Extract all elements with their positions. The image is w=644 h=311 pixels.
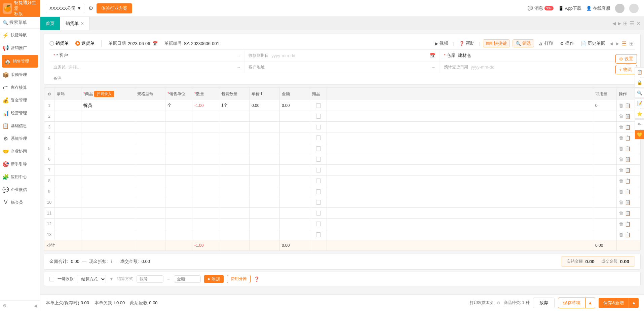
print-btn[interactable]: 🖨 打印 bbox=[537, 40, 555, 47]
row-spec-13[interactable] bbox=[135, 229, 165, 240]
gift-checkbox-2[interactable] bbox=[316, 114, 321, 119]
row-spec-9[interactable] bbox=[135, 186, 165, 197]
rf-item-5[interactable]: ⭐ bbox=[635, 109, 644, 119]
row-unit-9[interactable] bbox=[165, 186, 192, 197]
row-unit-price-9[interactable] bbox=[250, 186, 280, 197]
row-gift-11[interactable] bbox=[310, 208, 327, 219]
view-grid-icon[interactable]: ⊞ bbox=[629, 40, 634, 47]
payment-due-calendar-icon[interactable]: 📅 bbox=[430, 53, 435, 58]
remarks-input[interactable] bbox=[64, 76, 631, 81]
row-copy-6[interactable]: 📋 bbox=[625, 157, 631, 162]
row-copy-13[interactable]: 📋 bbox=[625, 232, 631, 237]
radio-return[interactable]: 退货单 bbox=[75, 40, 94, 46]
user-avatar2[interactable] bbox=[629, 4, 639, 13]
row-pkg-qty-2[interactable] bbox=[219, 111, 250, 122]
row-gift-7[interactable] bbox=[310, 165, 327, 176]
row-unit-price-5[interactable] bbox=[250, 143, 280, 154]
row-delete-13[interactable]: 🗑 bbox=[619, 232, 623, 237]
row-qty-2[interactable] bbox=[192, 111, 219, 122]
row-copy-2[interactable]: 📋 bbox=[625, 114, 631, 119]
row-barcode-9[interactable] bbox=[54, 186, 81, 197]
row-pkg-qty-12[interactable] bbox=[219, 219, 250, 229]
row-delete-6[interactable]: 🗑 bbox=[619, 157, 623, 162]
row-gift-10[interactable] bbox=[310, 197, 327, 208]
gift-checkbox-1[interactable] bbox=[316, 103, 321, 108]
sidebar-item-member[interactable]: V 畅会员 bbox=[0, 196, 40, 209]
video-btn[interactable]: ▶ 视频 bbox=[433, 40, 450, 47]
sidebar-item-inventory[interactable]: 🗃 库存核算 bbox=[0, 81, 40, 94]
row-amount-8[interactable] bbox=[280, 176, 310, 186]
row-qty-12[interactable] bbox=[192, 219, 219, 229]
one-click-checkbox[interactable] bbox=[49, 277, 54, 281]
add-payment-button[interactable]: ● 添加 bbox=[204, 275, 224, 283]
row-unit-6[interactable] bbox=[165, 154, 192, 165]
row-amount-6[interactable] bbox=[280, 154, 310, 165]
row-spec-2[interactable] bbox=[135, 111, 165, 122]
row-amount-1[interactable]: 0.00 bbox=[280, 100, 310, 111]
row-copy-11[interactable]: 📋 bbox=[625, 210, 631, 216]
tab-home[interactable]: 首页 bbox=[40, 17, 60, 30]
row-amount-2[interactable] bbox=[280, 111, 310, 122]
row-copy-12[interactable]: 📋 bbox=[625, 221, 631, 227]
row-spec-8[interactable] bbox=[135, 176, 165, 186]
gift-checkbox-6[interactable] bbox=[316, 157, 321, 162]
row-gift-3[interactable] bbox=[310, 122, 327, 132]
gift-checkbox-4[interactable] bbox=[316, 135, 321, 140]
app-download-button[interactable]: 📱 App下载 bbox=[558, 5, 581, 11]
row-product-9[interactable] bbox=[81, 186, 135, 197]
sidebar-item-basics[interactable]: 📋 基础信息 bbox=[0, 119, 40, 132]
row-unit-price-11[interactable] bbox=[250, 208, 280, 219]
row-notes-9[interactable] bbox=[327, 186, 593, 197]
row-product-13[interactable] bbox=[81, 229, 135, 240]
row-barcode-3[interactable] bbox=[54, 122, 81, 132]
row-product-10[interactable] bbox=[81, 197, 135, 208]
row-delete-3[interactable]: 🗑 bbox=[619, 124, 623, 130]
company-selector[interactable]: XXXXXX公司 ▼ bbox=[46, 4, 85, 13]
tab-close-icon[interactable]: ✕ bbox=[81, 21, 84, 26]
row-delete-9[interactable]: 🗑 bbox=[619, 189, 623, 194]
warehouse-input[interactable] bbox=[458, 53, 624, 58]
header-settings-icon[interactable]: ⚙ bbox=[88, 5, 93, 11]
row-unit-price-2[interactable] bbox=[250, 111, 280, 122]
row-unit-2[interactable] bbox=[165, 111, 192, 122]
view-list-icon[interactable]: ☰ bbox=[622, 40, 627, 47]
row-spec-11[interactable] bbox=[135, 208, 165, 219]
row-qty-9[interactable] bbox=[192, 186, 219, 197]
row-barcode-11[interactable] bbox=[54, 208, 81, 219]
row-amount-10[interactable] bbox=[280, 197, 310, 208]
row-amount-12[interactable] bbox=[280, 219, 310, 229]
search-menu[interactable]: 🔍 搜索菜单 bbox=[0, 17, 40, 29]
payment-method-dropdown[interactable]: ▼ bbox=[109, 276, 114, 281]
trial-button[interactable]: 体验行业方案 bbox=[97, 3, 132, 13]
row-pkg-qty-11[interactable] bbox=[219, 208, 250, 219]
gift-checkbox-5[interactable] bbox=[316, 146, 321, 151]
sidebar-collapse-icon[interactable]: ◀ bbox=[34, 303, 37, 308]
sidebar-item-system[interactable]: ⚙ 系统管理 bbox=[0, 132, 40, 145]
row-qty-4[interactable] bbox=[192, 132, 219, 143]
date-calendar-icon[interactable]: 📅 bbox=[152, 41, 158, 46]
row-product-8[interactable] bbox=[81, 176, 135, 186]
row-delete-11[interactable]: 🗑 bbox=[619, 210, 623, 216]
row-unit-1[interactable]: 个 bbox=[165, 100, 192, 111]
account-dots[interactable]: ··· bbox=[167, 276, 171, 281]
row-product-12[interactable] bbox=[81, 219, 135, 229]
row-delete-7[interactable]: 🗑 bbox=[619, 167, 623, 173]
row-notes-1[interactable] bbox=[327, 100, 593, 111]
row-delete-5[interactable]: 🗑 bbox=[619, 146, 623, 151]
row-unit-11[interactable] bbox=[165, 208, 192, 219]
row-barcode-5[interactable] bbox=[54, 143, 81, 154]
sidebar-item-marketing[interactable]: 📢 营销推广 bbox=[0, 41, 40, 54]
row-unit-price-4[interactable] bbox=[250, 132, 280, 143]
sidebar-item-appstore[interactable]: 🧩 应用中心 bbox=[0, 170, 40, 183]
gift-checkbox-9[interactable] bbox=[316, 189, 321, 194]
gift-checkbox-11[interactable] bbox=[316, 211, 321, 216]
row-pkg-qty-8[interactable] bbox=[219, 176, 250, 186]
row-notes-6[interactable] bbox=[327, 154, 593, 165]
save-draft-button[interactable]: 保存草稿 bbox=[558, 298, 585, 308]
row-qty-8[interactable] bbox=[192, 176, 219, 186]
row-barcode-4[interactable] bbox=[54, 132, 81, 143]
row-barcode-6[interactable] bbox=[54, 154, 81, 165]
row-barcode-12[interactable] bbox=[54, 219, 81, 229]
payment-due-input[interactable] bbox=[271, 53, 427, 58]
row-spec-6[interactable] bbox=[135, 154, 165, 165]
